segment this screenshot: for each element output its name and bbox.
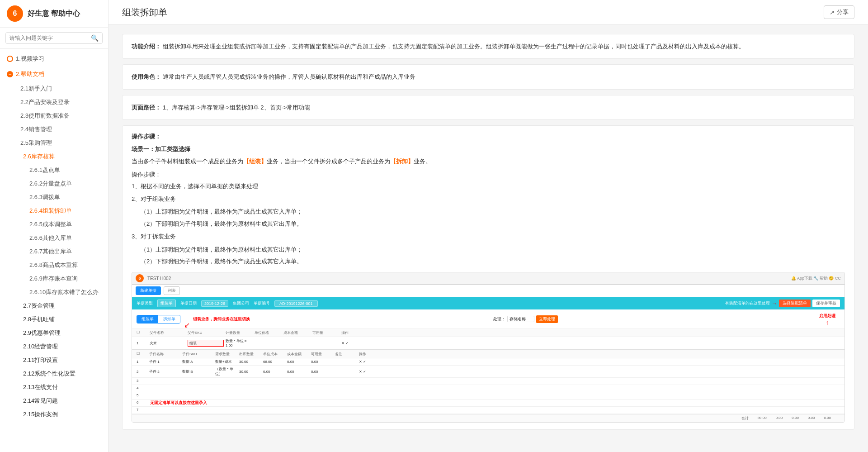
sidebar-item-label: 2.15操作案例 (23, 410, 58, 419)
ops-steps-label: 操作步骤： (132, 171, 845, 179)
mock-child-sku-val2: 数据 B (182, 369, 214, 374)
mock-annotation2: 组装业务，拆卸业务在这里切换 (193, 316, 250, 322)
nav-menu: 1.视频学习 2.帮助文档 2.1新手入门 2.2产品安装及登录 2.3使用前数… (0, 49, 108, 452)
scenario1-title: 场景一：加工类型选择 (132, 145, 845, 153)
mock-child-sku-val: 数据 A (182, 359, 214, 364)
mock-total-amt2: 0.00 (776, 416, 783, 421)
sidebar-item-adjust[interactable]: 2.6.3调拨单 (25, 190, 108, 204)
sidebar-item-assembly[interactable]: 2.6.4组装拆卸单 (25, 204, 108, 218)
mock-child-row-4: 4 (132, 385, 844, 392)
mock-child-qty-o: 30.00 (239, 360, 262, 364)
mock-child-unit-cost: 单位成本 (263, 352, 286, 357)
mock-total-amt1: 89.00 (758, 416, 767, 421)
feature-intro-label: 功能介绍： (132, 43, 161, 50)
mock-nav-area: 新建单据 列表 (132, 285, 844, 297)
mock-order-no-label: 单据编号 (254, 300, 270, 306)
sidebar-item-print[interactable]: 2.11打印设置 (16, 353, 108, 367)
mock-table-row-parent: 1 火米 组装 数量 * 单位 = 1.00 ✕ ✓ (132, 337, 844, 349)
mock-child-act: ✕ ✓ (359, 360, 373, 364)
mock-child-cost-a2: 0.00 (287, 370, 310, 374)
feature-intro-section: 功能介绍： 组装拆卸单用来处理企业组装或拆卸等加工业务，支持有固定装配清单的产品… (122, 34, 854, 59)
mock-arrow3: ↑ (819, 319, 835, 326)
mock-type-value: 组装单 (157, 300, 176, 307)
step1: 1、根据不同的业务，选择不同单据的类型来处理 (132, 181, 845, 191)
mock-col-cost: 成本金额 (283, 330, 311, 335)
sidebar-item-label: 1.视频学习 (16, 55, 44, 63)
role-label: 使用角色： (132, 73, 161, 80)
search-wrapper[interactable]: 🔍 (5, 32, 103, 44)
sidebar-item-ops[interactable]: 2.10经营管理 (16, 340, 108, 353)
sidebar-item-book-query[interactable]: 2.6.9库存账本查询 (25, 272, 108, 285)
search-input[interactable] (9, 35, 91, 41)
mock-app-icon: 6 (136, 274, 144, 282)
mock-go-btn[interactable]: 立即处理 (536, 315, 558, 323)
sidebar-item-label: 2.10经营管理 (23, 343, 58, 351)
mock-child-qty-out: 出库数量 (239, 352, 262, 357)
mock-disassembly-tab[interactable]: 拆卸单 (159, 315, 180, 323)
mock-child-ops: 操作 (359, 352, 373, 357)
sidebar-item-coupon[interactable]: 2.9优惠券管理 (16, 326, 108, 340)
sidebar-item-stock-count[interactable]: 2.6.1盘点单 (25, 163, 108, 177)
mock-row-check: 1 (137, 341, 148, 345)
sidebar-item-online-pay[interactable]: 2.13在线支付 (16, 381, 108, 394)
sidebar-item-purchase[interactable]: 2.5采购管理 (16, 136, 108, 150)
sidebar-item-faq[interactable]: 2.14常见问题 (16, 394, 108, 408)
sidebar-item-install[interactable]: 2.2产品安装及登录 (16, 95, 108, 109)
sidebar-item-other-in[interactable]: 2.6.6其他入库单 (25, 231, 108, 245)
mock-child-num: 1 (137, 360, 148, 364)
sidebar-item-partial-count[interactable]: 2.6.2分量盘点单 (25, 177, 108, 190)
search-icon[interactable]: 🔍 (91, 34, 99, 42)
sidebar-item-video[interactable]: 1.视频学习 (0, 51, 108, 67)
mock-child-avail: 0.00 (311, 360, 334, 364)
sidebar-item-label: 2.7资金管理 (23, 302, 55, 310)
mock-child-num5: 5 (137, 393, 138, 397)
sidebar-item-data-prep[interactable]: 2.3使用前数据准备 (16, 109, 108, 123)
screenshot-mockup: 6 TEST-H002 🔔 App下载 🔧 帮助 😊 CC 新建单据 列表 单据… (132, 272, 845, 423)
mock-select-btn[interactable]: 选择装配清单 (779, 300, 811, 307)
step2-sub1: （1）上部明细为父件明细，最终作为产成品生成其它入库单； (141, 206, 845, 217)
mock-annotation4: 无固定清单可以直接在这里录入 (150, 400, 207, 406)
mock-process-label: 处理： (493, 316, 505, 322)
sidebar-item-inventory[interactable]: 2.6库存核算 (16, 150, 108, 163)
mock-child-num2: 2 (137, 370, 148, 374)
sidebar-item-docs[interactable]: 2.帮助文档 (0, 67, 108, 82)
sidebar-item-other-out[interactable]: 2.6.7其他出库单 (25, 245, 108, 258)
feature-intro-text: 组装拆卸单用来处理企业组装或拆卸等加工业务，支持有固定装配清单的产品加工业务，也… (163, 43, 745, 50)
share-button[interactable]: ↗ 分享 (824, 5, 854, 19)
mock-nav-btn-list[interactable]: 列表 (164, 286, 180, 295)
mock-child-check: ☐ (137, 352, 148, 357)
sidebar-item-new-user[interactable]: 2.1新手入门 (16, 82, 108, 95)
mock-annotation-area: 有装配清单的在这里处理 → 选择装配清单 保存并审核 (725, 300, 840, 307)
mock-child-available: 可用量 (311, 352, 334, 357)
disassembly-highlight: 【拆卸】 (390, 158, 414, 165)
sidebar-item-cases[interactable]: 2.15操作案例 (16, 408, 108, 421)
mock-total-label: 合计 (741, 416, 749, 421)
sidebar-item-label: 2.8手机旺铺 (23, 315, 55, 324)
sidebar-item-mobile[interactable]: 2.8手机旺铺 (16, 313, 108, 326)
mock-assembly-tab[interactable]: 组装单 (137, 315, 158, 323)
sidebar-item-finance[interactable]: 2.7资金管理 (16, 299, 108, 313)
mock-nav-btn-new[interactable]: 新建单据 (136, 286, 161, 295)
mock-process-input[interactable] (507, 316, 534, 322)
mock-annotation1: 有装配清单的在这里处理 (725, 300, 770, 306)
mock-child-num4: 4 (137, 386, 138, 390)
mock-order-no-value: AD-20191226-001 (274, 300, 318, 307)
mock-red-input[interactable]: 组装 (188, 340, 224, 347)
main-area: 组装拆卸单 ↗ 分享 功能介绍： 组装拆卸单用来处理企业组装或拆卸等加工业务，支… (108, 0, 868, 452)
mock-other-btn[interactable]: 保存并审核 (812, 300, 840, 307)
sidebar-item-book-error[interactable]: 2.6.10库存账本错了怎么办 (25, 285, 108, 299)
role-section: 使用角色： 通常由生产人员或库管人员完成拆装业务的操作，库管人员确认原材料的出库… (122, 64, 854, 89)
step3-sub1: （1）上部明细为父件明细，最终作为原材料生成其它出库单； (141, 244, 845, 255)
sidebar-item-cost-calc[interactable]: 2.6.8商品成本重算 (25, 258, 108, 272)
sidebar-item-system[interactable]: 2.12系统个性化设置 (16, 367, 108, 381)
mock-row-parent-name: 火米 (150, 341, 186, 346)
sidebar-item-cost-adjust[interactable]: 2.6.5成本调整单 (25, 218, 108, 231)
mock-child-sku: 子件SKU (182, 352, 214, 357)
step3: 3、对于拆装业务 (132, 231, 845, 242)
sidebar-item-label: 2.9优惠券管理 (23, 329, 61, 337)
mock-topbar: 6 TEST-H002 🔔 App下载 🔧 帮助 😊 CC (132, 272, 844, 285)
sidebar-item-sales[interactable]: 2.4销售管理 (16, 123, 108, 136)
mock-tabs-area: 组装单 拆卸单 组装业务，拆卸业务在这里切换 ↙ (137, 315, 250, 324)
mock-child-num6: 6 (137, 400, 138, 404)
step3-sub2: （2）下部明细为子件明细，最终作为产成品生成其它入库单。 (141, 256, 845, 266)
